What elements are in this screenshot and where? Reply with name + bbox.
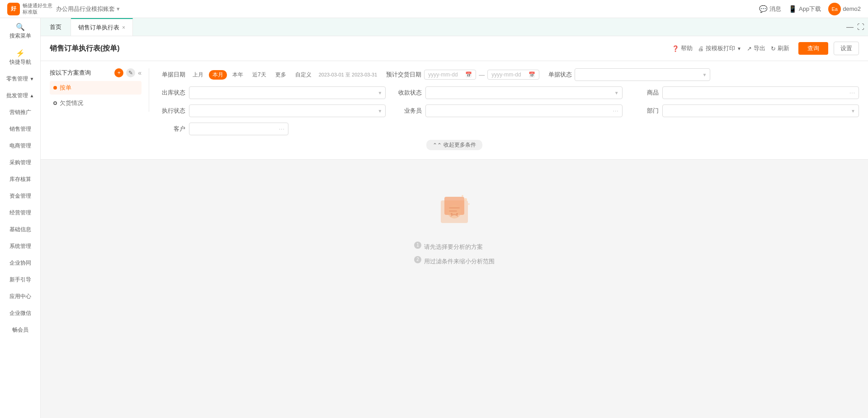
shipment-status-select[interactable]	[189, 86, 386, 99]
filter-main: 单据日期 上月 本月 本年 近7天 更多 自定义	[149, 68, 859, 137]
goods-filter: 商品 ···	[630, 86, 859, 99]
payment-status-select[interactable]	[425, 86, 622, 99]
sidebar-item-ecommerce[interactable]: 电商管理	[0, 138, 40, 154]
date-last-month[interactable]: 上月	[189, 70, 207, 80]
order-status-filter: 单据状态 ▼	[548, 68, 859, 81]
tab-bar-right: — ⛶	[846, 18, 868, 36]
order-status-select[interactable]	[575, 68, 710, 81]
sidebar-item-system[interactable]: 系统管理	[0, 238, 40, 255]
tab-close-button[interactable]: ×	[122, 24, 125, 31]
filter-area: 按以下方案查询 + ✎ « 按单	[41, 61, 868, 160]
add-plan-button[interactable]: +	[114, 68, 123, 77]
dropdown-icon[interactable]: ▾	[117, 5, 120, 12]
tab-minimize-button[interactable]: —	[846, 23, 854, 31]
sidebar-item-purchase[interactable]: 采购管理	[0, 154, 40, 171]
sidebar-item-guide[interactable]: 新手引导	[0, 271, 40, 288]
date-options: 上月 本月 本年 近7天 更多 自定义	[189, 70, 315, 80]
calendar-icon-end: 📅	[528, 71, 535, 78]
svg-rect-4	[449, 210, 457, 212]
sidebar-item-wholesale[interactable]: 批发管理 ▲	[0, 87, 40, 104]
app-download-button[interactable]: 📱 App下载	[788, 5, 821, 13]
calendar-icon-start: 📅	[465, 71, 472, 78]
sidebar-item-wechat[interactable]: 企业微信	[0, 305, 40, 322]
date-filter: 单据日期 上月 本月 本年 近7天 更多 自定义	[156, 70, 377, 80]
plan-item-order[interactable]: 按单	[50, 81, 142, 95]
date-this-year[interactable]: 本年	[229, 70, 247, 80]
department-select[interactable]	[662, 104, 859, 117]
sidebar-item-marketing[interactable]: 营销推广	[0, 104, 40, 121]
page-content: 销售订单执行表(按单) ❓ 帮助 🖨 按模板打印 ▼ ↗	[41, 36, 868, 418]
page-header-actions: ❓ 帮助 🖨 按模板打印 ▼ ↗ 导出 ↻	[672, 42, 859, 61]
step-num-1: 1	[414, 242, 421, 249]
setting-button-top[interactable]: 设置	[834, 42, 859, 55]
filter-sidebar-header: 按以下方案查询 + ✎ «	[50, 68, 142, 77]
date-more[interactable]: 更多	[272, 70, 290, 80]
salesperson-select[interactable]	[425, 104, 622, 117]
filter-row-2: 出库状态 ▼ 收款状态	[156, 86, 859, 99]
plan-item-shortage[interactable]: 欠货情况	[50, 96, 142, 110]
date-last-7days[interactable]: 近7天	[249, 70, 270, 80]
expected-date-start[interactable]: yyyy-mm-dd 📅	[424, 70, 476, 80]
top-bar-right: 💬 消息 📱 App下载 Ea demo2	[759, 3, 861, 15]
goods-select[interactable]	[662, 86, 859, 99]
sidebar-item-inventory[interactable]: 库存核算	[0, 171, 40, 188]
tab-sales-execution[interactable]: 销售订单执行表 ×	[71, 18, 133, 36]
department-filter: 部门 ▼	[630, 104, 859, 117]
industry-title[interactable]: 办公用品行业模拟账套 ▾	[56, 5, 120, 13]
date-separator: —	[479, 71, 485, 78]
sidebar-item-operations[interactable]: 经营管理	[0, 204, 40, 221]
department-label: 部门	[630, 107, 659, 115]
payment-status-label: 收款状态	[393, 89, 422, 97]
edit-plan-button[interactable]: ✎	[126, 68, 135, 77]
salesperson-filter: 业务员 ···	[393, 104, 622, 117]
empty-state: 1 请先选择要分析的方案 2 用过滤条件来缩小分析范围	[41, 160, 868, 294]
sidebar-item-retail[interactable]: 零售管理 ▼	[0, 71, 40, 87]
page-header: 销售订单执行表(按单) ❓ 帮助 🖨 按模板打印 ▼ ↗	[41, 36, 868, 61]
sidebar-item-sales[interactable]: 销售管理	[0, 121, 40, 138]
filter-section: 按以下方案查询 + ✎ « 按单	[50, 68, 859, 137]
tab-home[interactable]: 首页	[41, 18, 71, 36]
sidebar-item-search[interactable]: 🔍 搜索菜单	[0, 18, 40, 44]
shipment-status-filter: 出库状态 ▼	[156, 86, 386, 99]
sidebar-item-finance[interactable]: 资金管理	[0, 188, 40, 204]
empty-step-1: 1 请先选择要分析的方案	[414, 241, 495, 253]
svg-point-8	[468, 203, 470, 205]
page-title: 销售订单执行表(按单)	[50, 44, 120, 59]
template-print-button[interactable]: 🖨 按模板打印 ▼	[698, 44, 741, 52]
message-button[interactable]: 💬 消息	[759, 5, 781, 13]
sidebar-item-apps[interactable]: 应用中心	[0, 288, 40, 305]
query-button-top[interactable]: 查询	[798, 42, 828, 55]
help-button[interactable]: ❓ 帮助	[672, 44, 693, 52]
execution-status-label: 执行状态	[156, 107, 185, 115]
svg-rect-3	[449, 207, 460, 209]
top-bar: 好 畅捷通好生意 标准版 办公用品行业模拟账套 ▾ 💬 消息 📱 App下载	[0, 0, 868, 18]
collapse-sidebar-button[interactable]: «	[138, 69, 142, 76]
export-icon: ↗	[747, 45, 752, 52]
collapse-more-button[interactable]: ⌃⌃ 收起更多条件	[426, 140, 482, 150]
order-status-label: 单据状态	[548, 71, 572, 79]
plan-dot-active	[53, 86, 57, 90]
sidebar-item-basic[interactable]: 基础信息	[0, 221, 40, 238]
filter-sidebar: 按以下方案查询 + ✎ « 按单	[50, 68, 149, 112]
tab-maximize-button[interactable]: ⛶	[857, 23, 864, 31]
refresh-icon: ↻	[771, 45, 776, 52]
user-menu[interactable]: Ea demo2	[828, 3, 861, 15]
chevron-up-icon: ▲	[30, 93, 34, 98]
execution-status-select[interactable]	[189, 104, 386, 117]
export-button[interactable]: ↗ 导出	[747, 44, 765, 52]
message-icon: 💬	[759, 5, 768, 13]
customer-label: 客户	[156, 125, 185, 133]
empty-step-2: 2 用过滤条件来缩小分析范围	[414, 256, 495, 267]
query-button[interactable]: 查询	[798, 42, 828, 55]
sidebar-item-cooperation[interactable]: 企业协同	[0, 255, 40, 271]
logo-area: 好 畅捷通好生意 标准版	[7, 3, 52, 15]
expected-date-end[interactable]: yyyy-mm-dd 📅	[487, 70, 539, 80]
date-custom[interactable]: 自定义	[292, 70, 315, 80]
sidebar-item-nav[interactable]: ⚡ 快捷导航	[0, 44, 40, 71]
setting-button[interactable]: 设置	[834, 42, 859, 55]
sidebar-item-members[interactable]: 畅会员	[0, 322, 40, 338]
refresh-button[interactable]: ↻ 刷新	[771, 44, 789, 52]
expected-date-label: 预计交货日期	[386, 71, 421, 79]
date-this-month[interactable]: 本月	[209, 70, 227, 80]
customer-select[interactable]	[189, 123, 288, 135]
